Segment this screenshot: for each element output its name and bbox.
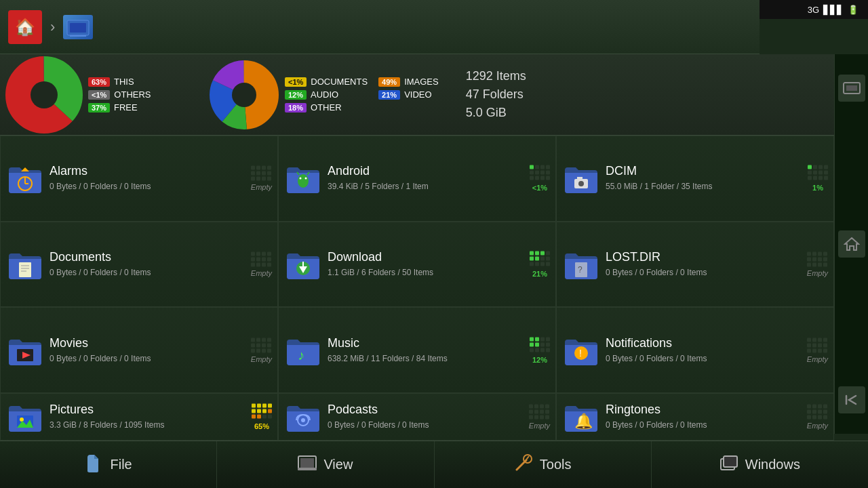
folder-item-music[interactable]: ♪Music638.2 MiB / 11 Folders / 84 Items1… — [278, 307, 556, 393]
battery-icon: 🔋 — [848, 5, 859, 15]
svg-point-12 — [232, 83, 256, 107]
legend-item-audio: 12% AUDIO — [285, 89, 368, 100]
toolbar-item-tools[interactable]: Tools — [435, 441, 652, 488]
folder-badge-label: Empty — [529, 421, 550, 429]
folder-name: Alarms — [50, 164, 271, 178]
toolbar-item-view[interactable]: View — [217, 441, 434, 488]
folder-icon-notif: ! — [564, 336, 599, 365]
legend-2: <1% DOCUMENTS 12% AUDIO 18% OTHER 49% IM… — [285, 77, 439, 113]
nav-button-back[interactable] — [838, 386, 865, 413]
svg-point-6 — [31, 81, 58, 108]
folder-usage-dots — [807, 251, 827, 266]
folder-badge-label: Empty — [251, 354, 272, 363]
folder-badge: Empty — [251, 166, 272, 191]
folder-item-notifications[interactable]: !Notifications0 Bytes / 0 Folders / 0 It… — [556, 307, 834, 393]
folder-item-android[interactable]: Android39.4 KiB / 5 Folders / 1 Item<1% — [278, 136, 556, 222]
svg-rect-56 — [724, 456, 737, 467]
storage-info-bar: 63% THIS <1% OTHERS 37% FREE — [0, 54, 834, 136]
folder-usage-dots — [530, 337, 550, 352]
folder-badge: Empty — [251, 338, 272, 363]
folder-name: LOST.DIR — [606, 250, 827, 264]
home-button[interactable]: 🏠 — [8, 10, 42, 44]
folder-usage-dots — [251, 166, 271, 181]
svg-point-19 — [305, 178, 307, 180]
nav-button-home[interactable] — [838, 230, 865, 258]
folder-badge: Empty — [807, 404, 828, 429]
folder-name: Download — [328, 250, 549, 264]
folder-badge: Empty — [807, 251, 828, 277]
toolbar-item-file[interactable]: File — [0, 441, 217, 488]
folder-badge: <1% — [530, 165, 550, 192]
folder-item-alarms[interactable]: Alarms0 Bytes / 0 Folders / 0 ItemsEmpty — [0, 136, 278, 222]
toolbar-label-file: File — [111, 457, 132, 472]
folder-badge-label: 1% — [812, 184, 823, 192]
breadcrumb-arrow: › — [50, 18, 55, 36]
folder-item-download[interactable]: Download1.1 GiB / 6 Folders / 50 Items21… — [278, 222, 556, 308]
svg-text:♪: ♪ — [298, 348, 304, 363]
folder-badge: 65% — [252, 403, 272, 430]
folder-usage-dots — [807, 338, 827, 352]
folder-icon-podcasts — [285, 402, 321, 432]
legend-item-others: <1% OTHERS — [88, 89, 197, 100]
windows-icon — [719, 455, 738, 475]
folder-details: 0 Bytes / 0 Folders / 0 Items — [606, 267, 827, 279]
folder-details: 0 Bytes / 0 Folders / 0 Items — [50, 267, 271, 279]
folder-icon-docs — [7, 249, 43, 279]
svg-marker-47 — [845, 238, 859, 250]
folder-badge-label: 65% — [254, 422, 269, 430]
folder-usage-dots — [807, 404, 827, 419]
folder-name: Podcasts — [328, 403, 549, 417]
toolbar-label-windows: Windows — [745, 457, 800, 472]
folder-item-dcim[interactable]: DCIM55.0 MiB / 1 Folder / 35 Items1% — [556, 136, 834, 222]
folder-item-ringtones[interactable]: 🔔Ringtones0 Bytes / 0 Folders / 0 ItemsE… — [556, 393, 834, 441]
folder-usage-dots — [251, 338, 271, 352]
folder-name: Pictures — [50, 403, 271, 417]
tools-icon — [514, 453, 533, 476]
toolbar-item-windows[interactable]: Windows — [652, 441, 868, 488]
svg-text:🔔: 🔔 — [574, 412, 593, 430]
folder-name: Music — [328, 336, 549, 350]
folder-badge-label: Empty — [251, 268, 272, 277]
folder-badge-label: Empty — [807, 421, 828, 429]
nav-button-top[interactable] — [838, 75, 865, 102]
folder-icon-pictures — [7, 402, 43, 432]
svg-rect-25 — [19, 262, 31, 277]
folder-item-podcasts[interactable]: Podcasts0 Bytes / 0 Folders / 0 ItemsEmp… — [278, 393, 556, 441]
folder-badge-label: 21% — [532, 269, 547, 277]
status-bar: 3G ▋▋▋ 🔋 — [760, 0, 868, 19]
view-icon — [298, 455, 317, 474]
file-icon — [85, 453, 104, 476]
folder-usage-dots — [808, 165, 828, 180]
folder-details: 39.4 KiB / 5 Folders / 1 Item — [328, 181, 549, 192]
stat-items: 1292 Items — [466, 69, 526, 83]
folder-details: 0 Bytes / 0 Folders / 0 Items — [50, 353, 271, 365]
folder-details: 1.1 GiB / 6 Folders / 50 Items — [328, 267, 549, 279]
svg-point-23 — [578, 181, 584, 186]
folder-badge-label: <1% — [532, 184, 547, 192]
folder-item-lost.dir[interactable]: ?LOST.DIR0 Bytes / 0 Folders / 0 ItemsEm… — [556, 222, 834, 308]
legend-item-docs: <1% DOCUMENTS — [285, 77, 368, 87]
folder-badge: Empty — [529, 404, 550, 429]
folder-item-documents[interactable]: Documents0 Bytes / 0 Folders / 0 ItemsEm… — [0, 222, 278, 308]
folder-item-movies[interactable]: Movies0 Bytes / 0 Folders / 0 ItemsEmpty — [0, 307, 278, 393]
folder-icon-download — [285, 249, 321, 279]
folder-usage-dots — [530, 251, 550, 266]
folder-icon-lostdir: ? — [564, 249, 599, 279]
svg-rect-50 — [300, 458, 314, 468]
folder-badge: Empty — [251, 251, 272, 277]
legend-item-images: 49% IMAGES — [378, 77, 439, 87]
stat-folders: 47 Folders — [466, 87, 526, 102]
svg-point-40 — [20, 418, 24, 422]
svg-rect-24 — [577, 177, 583, 180]
folder-details: 55.0 MiB / 1 Folder / 35 Items — [606, 181, 827, 192]
pie-chart-1 — [14, 64, 75, 125]
legend-item-other: 18% OTHER — [285, 102, 368, 113]
legend-1: 63% THIS <1% OTHERS 37% FREE — [88, 77, 197, 113]
folder-item-pictures[interactable]: Pictures3.3 GiB / 8 Folders / 1095 Items… — [0, 393, 278, 441]
svg-rect-46 — [846, 85, 857, 91]
folder-details: 3.3 GiB / 8 Folders / 1095 Items — [50, 420, 271, 431]
folder-icon-music: ♪ — [285, 336, 321, 365]
svg-text:!: ! — [579, 348, 582, 359]
svg-rect-1 — [70, 23, 86, 33]
folder-name: Ringtones — [606, 403, 827, 417]
